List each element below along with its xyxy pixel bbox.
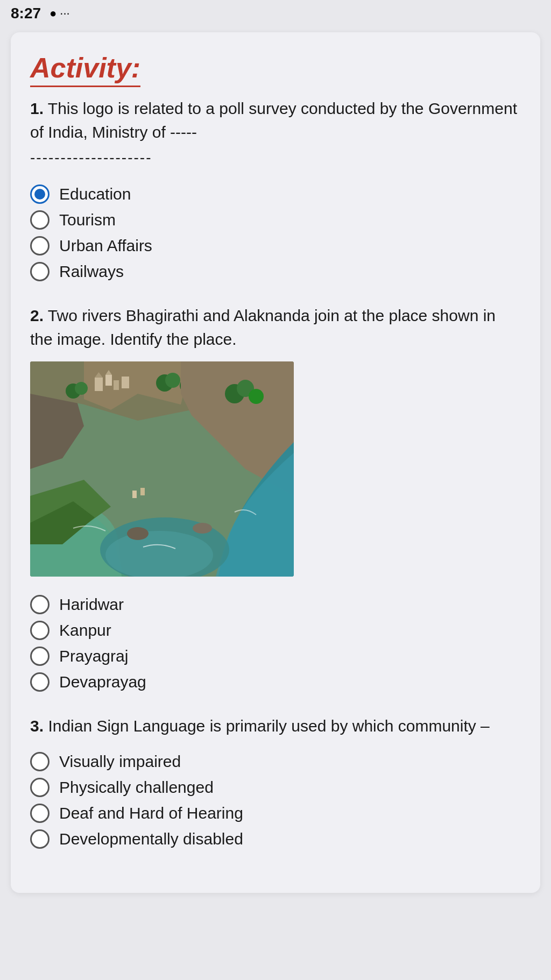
svg-rect-6 — [95, 378, 103, 391]
option-kanpur-label: Kanpur — [59, 621, 111, 640]
option-visually-impaired[interactable]: Visually impaired — [30, 749, 521, 775]
question-1-text: 1. This logo is related to a poll survey… — [30, 97, 521, 144]
question-1-number: 1. — [30, 100, 44, 117]
question-2-body: Two rivers Bhagirathi and Alaknanda join… — [30, 307, 496, 348]
content-card: Activity: 1. This logo is related to a p… — [11, 32, 540, 893]
radio-railways[interactable] — [30, 262, 50, 281]
radio-visually-impaired[interactable] — [30, 752, 50, 771]
option-deaf-hard-of-hearing-label: Deaf and Hard of Hearing — [59, 804, 243, 822]
radio-physically-challenged[interactable] — [30, 778, 50, 797]
question-2-text: 2. Two rivers Bhagirathi and Alaknanda j… — [30, 304, 521, 351]
question-1-dashes: -------------------- — [30, 149, 521, 166]
option-urban-affairs-label: Urban Affairs — [59, 237, 152, 255]
option-education-label: Education — [59, 185, 131, 203]
status-icons: ● ··· — [50, 6, 70, 20]
option-devaprayag-label: Devaprayag — [59, 673, 146, 691]
status-time: 8:27 — [11, 5, 41, 22]
river-svg — [30, 361, 294, 577]
option-developmentally-disabled-label: Developmentally disabled — [59, 830, 243, 848]
svg-rect-28 — [140, 488, 145, 495]
radio-devaprayag[interactable] — [30, 672, 50, 692]
svg-rect-9 — [122, 377, 129, 388]
question-3-number: 3. — [30, 717, 44, 735]
status-bar: 8:27 ● ··· — [0, 0, 551, 27]
option-devaprayag[interactable]: Devaprayag — [30, 669, 521, 695]
option-visually-impaired-label: Visually impaired — [59, 752, 181, 771]
question-3-options: Visually impaired Physically challenged … — [30, 749, 521, 852]
svg-point-23 — [127, 527, 149, 540]
option-education[interactable]: Education — [30, 181, 521, 207]
radio-haridwar[interactable] — [30, 595, 50, 614]
option-deaf-hard-of-hearing[interactable]: Deaf and Hard of Hearing — [30, 800, 521, 826]
river-image — [30, 361, 294, 577]
question-3-text: 3. Indian Sign Language is primarily use… — [30, 714, 521, 738]
svg-rect-7 — [105, 375, 112, 386]
option-railways[interactable]: Railways — [30, 259, 521, 285]
svg-rect-8 — [114, 380, 119, 390]
question-2-options: Haridwar Kanpur Prayagraj Devaprayag — [30, 592, 521, 695]
radio-urban-affairs[interactable] — [30, 236, 50, 255]
more-icon: ··· — [60, 6, 69, 20]
question-2-number: 2. — [30, 307, 44, 324]
svg-point-24 — [193, 523, 212, 534]
svg-point-13 — [75, 382, 88, 395]
radio-deaf-hard-of-hearing[interactable] — [30, 804, 50, 823]
svg-point-15 — [165, 373, 180, 388]
option-haridwar[interactable]: Haridwar — [30, 592, 521, 617]
signal-icon: ● — [50, 6, 56, 20]
option-kanpur[interactable]: Kanpur — [30, 617, 521, 643]
radio-developmentally-disabled[interactable] — [30, 829, 50, 849]
option-tourism-label: Tourism — [59, 211, 116, 229]
question-1-body: This logo is related to a poll survey co… — [30, 100, 517, 141]
svg-point-20 — [249, 389, 264, 404]
radio-tourism[interactable] — [30, 210, 50, 230]
radio-prayagraj[interactable] — [30, 647, 50, 666]
radio-kanpur[interactable] — [30, 621, 50, 640]
option-prayagraj[interactable]: Prayagraj — [30, 643, 521, 669]
question-3-body: Indian Sign Language is primarily used b… — [48, 717, 489, 735]
option-haridwar-label: Haridwar — [59, 595, 124, 614]
question-1-options: Education Tourism Urban Affairs Railways — [30, 181, 521, 285]
radio-education-inner — [34, 189, 45, 200]
option-tourism[interactable]: Tourism — [30, 207, 521, 233]
option-physically-challenged[interactable]: Physically challenged — [30, 775, 521, 800]
svg-rect-27 — [132, 491, 137, 498]
radio-education[interactable] — [30, 184, 50, 204]
option-physically-challenged-label: Physically challenged — [59, 778, 214, 797]
option-urban-affairs[interactable]: Urban Affairs — [30, 233, 521, 259]
option-prayagraj-label: Prayagraj — [59, 647, 128, 665]
option-railways-label: Railways — [59, 262, 124, 281]
option-developmentally-disabled[interactable]: Developmentally disabled — [30, 826, 521, 852]
activity-title: Activity: — [30, 52, 521, 84]
